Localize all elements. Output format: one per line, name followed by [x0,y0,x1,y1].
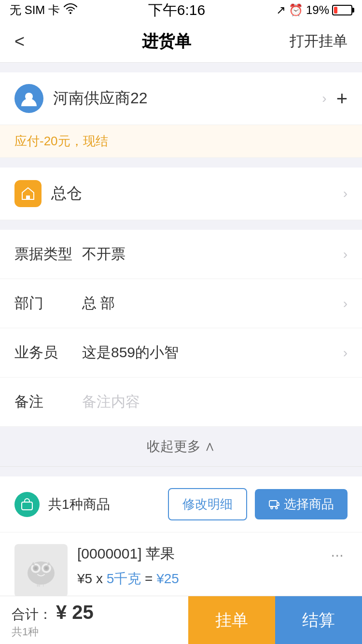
battery-icon [332,5,352,15]
total-main: 合计： ¥ 25 [12,602,177,624]
hang-button[interactable]: 挂单 [188,596,275,644]
total-amount: ¥ 25 [56,602,94,623]
invoice-type-label: 票据类型 [14,244,82,264]
department-value: 总 部 [82,294,343,313]
svg-point-6 [28,561,55,585]
top-divider [0,63,362,72]
status-bar-left: 无 SIM 卡 [10,2,77,18]
salesperson-chevron-icon: › [343,345,348,361]
carrier-label: 无 SIM 卡 [10,2,60,18]
product-name: [0000001] 苹果 [77,544,327,564]
alarm-icon: ⏰ [289,3,303,17]
salesperson-label: 业务员 [14,343,82,363]
product-quantity: 5千克 [107,571,141,586]
salesperson-value: 这是859的小智 [82,343,343,363]
svg-text:督十: 督十 [36,582,46,587]
svg-rect-2 [22,502,32,510]
warehouse-icon [14,180,42,207]
warehouse-section: 总仓 › [0,168,362,220]
svg-point-5 [276,507,278,509]
bottom-bar: 合计： ¥ 25 共1种 挂单 结算 [0,596,362,644]
product-total: ¥25 [156,571,179,586]
remark-value: 备注内容 [82,392,348,412]
products-section: 共1种商品 修改明细 选择商品 [0,476,362,609]
location-icon: ↗ [276,3,286,17]
invoice-chevron-icon: › [343,247,348,262]
wifi-icon [64,3,77,17]
select-product-button[interactable]: 选择商品 [255,489,348,519]
product-info: [0000001] 苹果 ¥5 x 5千克 = ¥25 [77,544,327,588]
salesperson-row[interactable]: 业务员 这是859的小智 › [0,328,362,378]
products-count: 共1种商品 [48,495,168,514]
page-title: 进货单 [142,30,191,53]
select-product-icon [268,499,280,510]
add-supplier-button[interactable]: + [336,88,348,110]
supplier-avatar [14,84,43,113]
bag-icon [20,497,34,512]
product-more-button[interactable]: ··· [327,544,348,566]
total-sub: 共1种 [12,625,177,639]
warehouse-name: 总仓 [51,183,343,204]
battery-percent: 19% [306,3,329,17]
invoice-type-row[interactable]: 票据类型 不开票 › [0,230,362,279]
gap-2 [0,220,362,230]
total-section: 合计： ¥ 25 共1种 [0,596,188,644]
svg-point-12 [45,567,48,570]
svg-point-4 [271,507,273,509]
supplier-section: 河南供应商22 › + 应付-20元，现结 [0,72,362,158]
department-row[interactable]: 部门 总 部 › [0,279,362,328]
open-hang-button[interactable]: 打开挂单 [290,31,348,51]
warehouse-row[interactable]: 总仓 › [0,168,362,220]
supplier-chevron-icon: › [322,91,326,106]
checkout-button[interactable]: 结算 [275,596,362,644]
product-thumbnail: 督十 [14,544,68,597]
house-icon [20,186,36,201]
owl-placeholder-icon: 督十 [22,551,60,590]
remark-row[interactable]: 备注 备注内容 [0,378,362,427]
svg-point-11 [34,567,37,570]
gap-1 [0,158,362,168]
product-price: ¥5 x 5千克 = ¥25 [77,570,327,588]
status-bar-right: ↗ ⏰ 19% [276,3,352,17]
supplier-name: 河南供应商22 [53,88,322,109]
nav-bar: < 进货单 打开挂单 [0,20,362,63]
products-icon [14,492,40,517]
svg-rect-1 [26,196,30,199]
status-time: 下午6:16 [148,0,205,20]
remark-label: 备注 [14,392,82,412]
warehouse-chevron-icon: › [343,186,348,201]
supplier-alert: 应付-20元，现结 [0,125,362,158]
product-equals: = [145,571,156,586]
product-unit-price: ¥5 x [77,571,107,586]
gap-3 [0,467,362,476]
back-button[interactable]: < [14,31,43,52]
select-product-label: 选择商品 [284,496,334,513]
products-header: 共1种商品 修改明细 选择商品 [0,476,362,532]
department-chevron-icon: › [343,296,348,311]
status-bar: 无 SIM 卡 下午6:16 ↗ ⏰ 19% [0,0,362,20]
supplier-row[interactable]: 河南供应商22 › + [0,72,362,125]
person-icon [20,90,38,107]
svg-rect-3 [269,501,277,506]
form-section: 票据类型 不开票 › 部门 总 部 › 业务员 这是859的小智 › 备注 备注… [0,230,362,427]
collapse-button[interactable]: 收起更多 ∧ [0,427,362,467]
edit-details-button[interactable]: 修改明细 [168,488,247,520]
invoice-type-value: 不开票 [82,244,343,264]
total-label: 合计： [12,605,52,624]
department-label: 部门 [14,294,82,313]
